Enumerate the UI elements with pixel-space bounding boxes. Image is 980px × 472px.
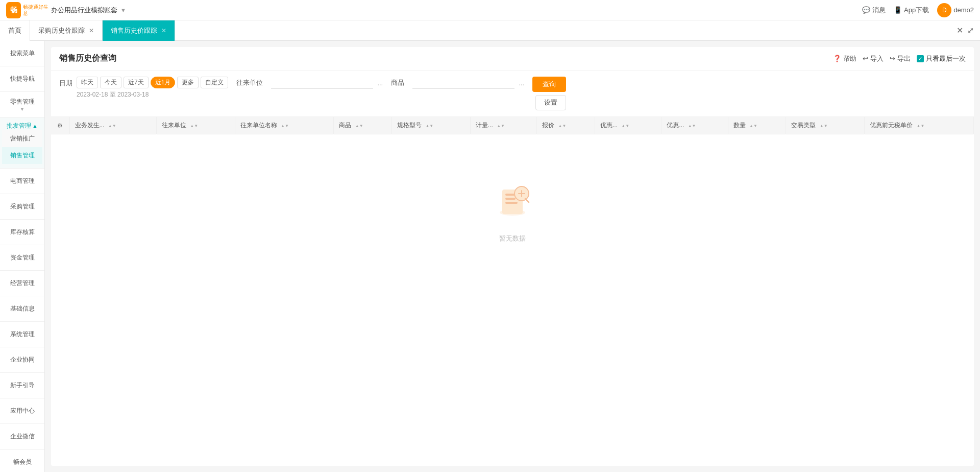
sidebar-item-new-guide[interactable]: 新手引导 [0, 373, 44, 398]
chevron-down-icon: ▼ [120, 7, 126, 13]
date-btn-yesterday[interactable]: 昨天 [77, 77, 98, 88]
customer-search-icon[interactable]: ... [377, 79, 383, 87]
sort-icon: ▲▼ [820, 124, 828, 128]
help-icon: ❓ [833, 55, 841, 62]
sort-icon: ▲▼ [190, 124, 198, 128]
table-col-trade-type[interactable]: 交易类型 ▲▼ [786, 117, 865, 134]
sidebar: 搜索菜单 快捷导航 零售管理 ▼ 批发管理 ▲ 营销推广 销售管理 电商 [0, 41, 45, 472]
customer-input[interactable] [271, 77, 373, 89]
svg-line-8 [525, 199, 529, 202]
date-btn-custom[interactable]: 自定义 [201, 77, 228, 88]
table-col-quantity[interactable]: 数量 ▲▼ [728, 117, 786, 134]
table-col-customer-name[interactable]: 往来单位名称 ▲▼ [235, 117, 334, 134]
enterprise-label: 企业协同 [10, 356, 35, 364]
table-col-settings[interactable]: ⚙ [51, 117, 69, 134]
sidebar-item-basic-info[interactable]: 基础信息 [0, 296, 44, 322]
page-container: 销售历史价查询 ❓ 帮助 ↩ 导入 ↪ 导出 [45, 41, 980, 472]
svg-rect-3 [505, 198, 516, 200]
message-icon: 💬 [862, 6, 870, 14]
sort-icon: ▲▼ [355, 124, 363, 128]
date-btn-7days[interactable]: 近7天 [124, 77, 149, 88]
data-table: ⚙ 业务发生... ▲▼ 往来单位 ▲▼ 往来单位名称 ▲▼ [51, 117, 974, 134]
checkbox-icon: ✓ [917, 55, 924, 62]
product-input[interactable] [412, 77, 514, 89]
sort-icon: ▲▼ [558, 124, 567, 128]
message-button[interactable]: 💬 消息 [862, 6, 886, 15]
sidebar-item-operations[interactable]: 经营管理 [0, 271, 44, 296]
app-download-button[interactable]: 📱 App下载 [894, 6, 929, 15]
date-buttons: 昨天 今天 近7天 近1月 更多 自定义 [77, 77, 228, 88]
tab-bar: 首页 采购历史价跟踪 ✕ 销售历史价跟踪 ✕ ✕ ⤢ [0, 20, 980, 41]
table-col-price[interactable]: 报价 ▲▼ [537, 117, 595, 134]
date-btn-1month[interactable]: 近1月 [151, 77, 176, 88]
table-col-discount2[interactable]: 优惠... ▲▼ [662, 117, 728, 134]
sidebar-item-wholesale-mgmt[interactable]: 批发管理 ▲ 营销推广 销售管理 [0, 117, 44, 169]
date-btn-today[interactable]: 今天 [100, 77, 121, 88]
table-col-biz-date[interactable]: 业务发生... ▲▼ [69, 117, 156, 134]
product-search-icon[interactable]: ... [519, 79, 524, 87]
sort-icon: ▲▼ [621, 124, 629, 128]
maximize-icon[interactable]: ⤢ [967, 26, 974, 35]
sidebar-item-finance[interactable]: 资金管理 [0, 245, 44, 271]
app-selector[interactable]: 办公用品行业模拟账套 ▼ [51, 6, 862, 15]
tab-purchase-history[interactable]: 采购历史价跟踪 ✕ [30, 20, 103, 41]
help-button[interactable]: ❓ 帮助 [833, 54, 856, 63]
query-button[interactable]: 查询 [532, 77, 566, 92]
settings-button[interactable]: 设置 [535, 95, 566, 110]
user-menu[interactable]: D demo2 [937, 3, 974, 17]
ecom-mgmt-label: 电商管理 [10, 177, 35, 185]
empty-state-text: 暂无数据 [499, 234, 526, 243]
wholesale-mgmt-header: 批发管理 ▲ [2, 122, 42, 130]
sort-icon: ▲▼ [916, 124, 924, 128]
content-area: 销售历史价查询 ❓ 帮助 ↩ 导入 ↪ 导出 [45, 41, 980, 472]
download-icon: 📱 [894, 6, 902, 14]
sidebar-item-marketing[interactable]: 营销推广 [2, 130, 42, 147]
close-all-tabs-icon[interactable]: ✕ [957, 26, 963, 35]
sidebar-item-enterprise-wechat[interactable]: 企业微信 [0, 424, 44, 450]
sidebar-item-quick-nav[interactable]: 快捷导航 [0, 66, 44, 92]
top-bar-right: 💬 消息 📱 App下载 D demo2 [862, 3, 974, 17]
close-sales-tab-icon[interactable]: ✕ [161, 27, 166, 34]
sidebar-item-retail-mgmt[interactable]: 零售管理 ▼ [0, 92, 44, 117]
sidebar-item-search-menu[interactable]: 搜索菜单 [0, 41, 44, 66]
chevron-up-icon: ▲ [32, 123, 38, 130]
wholesale-mgmt-label: 批发管理 [7, 122, 31, 130]
customer-filter-group: 往来单位 ... [236, 77, 383, 89]
customer-filter-label: 往来单位 [236, 78, 267, 87]
wholesale-sub-menu: 营销推广 销售管理 [2, 130, 42, 164]
sidebar-item-purchase-mgmt[interactable]: 采购管理 [0, 194, 44, 220]
only-last-checkbox[interactable]: ✓ 只看最后一次 [917, 54, 966, 63]
table-col-product[interactable]: 商品 ▲▼ [334, 117, 392, 134]
sidebar-item-app-center[interactable]: 应用中心 [0, 398, 44, 424]
table-header: ⚙ 业务发生... ▲▼ 往来单位 ▲▼ 往来单位名称 ▲▼ [51, 117, 974, 134]
table-col-pretax-price[interactable]: 优惠前无税单价 ▲▼ [865, 117, 974, 134]
sidebar-item-member[interactable]: 畅会员 [0, 450, 44, 472]
logo-text: 畅捷通好生意 [23, 4, 51, 16]
table-col-unit[interactable]: 计量... ▲▼ [470, 117, 536, 134]
sidebar-item-ecom-mgmt[interactable]: 电商管理 [0, 169, 44, 194]
close-purchase-tab-icon[interactable]: ✕ [89, 27, 94, 34]
sidebar-item-sys-mgmt[interactable]: 系统管理 [0, 322, 44, 347]
sidebar-item-inventory[interactable]: 库存核算 [0, 220, 44, 245]
export-button[interactable]: ↪ 导出 [890, 54, 911, 63]
date-btn-more[interactable]: 更多 [177, 77, 199, 88]
basic-info-label: 基础信息 [10, 304, 35, 313]
export-icon: ↪ [890, 55, 895, 62]
date-range-text: 2023-02-18 至 2023-03-18 [77, 90, 228, 99]
purchase-mgmt-label: 采购管理 [10, 202, 35, 211]
page-header: 销售历史价查询 ❓ 帮助 ↩ 导入 ↪ 导出 [51, 47, 974, 70]
tab-sales-history[interactable]: 销售历史价跟踪 ✕ [103, 20, 175, 41]
tab-home[interactable]: 首页 [0, 20, 30, 41]
empty-state: 暂无数据 [51, 134, 974, 288]
tab-bar-actions: ✕ ⤢ [957, 26, 980, 35]
table-col-spec[interactable]: 规格型号 ▲▼ [392, 117, 471, 134]
import-button[interactable]: ↩ 导入 [863, 54, 884, 63]
app-center-label: 应用中心 [10, 407, 35, 415]
sort-icon: ▲▼ [497, 124, 505, 128]
sort-icon: ▲▼ [425, 124, 433, 128]
sidebar-item-enterprise[interactable]: 企业协同 [0, 347, 44, 373]
table-col-customer-code[interactable]: 往来单位 ▲▼ [156, 117, 235, 134]
sidebar-item-sales-mgmt[interactable]: 销售管理 [2, 147, 42, 164]
enterprise-wechat-label: 企业微信 [10, 432, 35, 441]
table-col-discount1[interactable]: 优惠... ▲▼ [595, 117, 661, 134]
